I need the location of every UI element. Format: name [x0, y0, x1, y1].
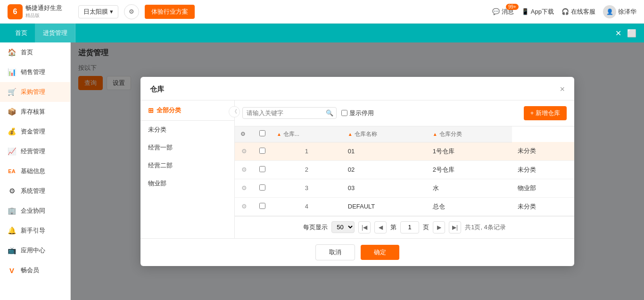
warehouse-table: ⚙ ▲ 仓库...	[235, 126, 574, 216]
grid-icon: ⊞	[148, 107, 154, 114]
last-page-btn[interactable]: ▶|	[449, 221, 461, 233]
collapse-panel-button[interactable]: 《	[229, 106, 240, 117]
row1-num: 1	[271, 142, 342, 160]
total-info: 共1页, 4条记录	[465, 223, 506, 232]
row4-code: DEFAULT	[342, 197, 427, 216]
data-table: ⚙ ▲ 仓库...	[235, 126, 574, 216]
sidebar-item-home[interactable]: 🏠 首页	[0, 42, 70, 62]
online-service-btn[interactable]: 🎧 在线客服	[561, 8, 595, 16]
sidebar-item-basic[interactable]: EA 基础信息	[0, 161, 70, 181]
category-header[interactable]: ⊞ 全部分类	[140, 100, 234, 121]
next-page-btn[interactable]: ▶	[433, 221, 445, 233]
sidebar-item-sales[interactable]: 📊 销售管理	[0, 62, 70, 82]
purchase-icon: 🛒	[8, 88, 16, 96]
finance-icon: 💰	[8, 127, 16, 136]
row4-check[interactable]	[259, 203, 265, 209]
sidebar-item-enterprise[interactable]: 🏢 企业协同	[0, 201, 70, 221]
category-header-label: 全部分类	[157, 106, 181, 115]
th-category: ▲ 仓库分类	[427, 126, 512, 142]
add-warehouse-button[interactable]: + 新增仓库	[524, 106, 567, 120]
category-item-ops1[interactable]: 经营一部	[140, 139, 234, 157]
th-name: ▲ 仓库名称	[342, 126, 427, 142]
app-download-btn[interactable]: 📱 App下载	[521, 8, 554, 16]
close-window-icon[interactable]: ✕	[615, 29, 621, 38]
category-item-ops2[interactable]: 经营二部	[140, 157, 234, 175]
row2-check[interactable]	[259, 166, 265, 172]
th-checkbox	[254, 126, 271, 142]
messages-badge: 99+	[506, 4, 519, 10]
sidebar-item-guide[interactable]: 🔔 新手引导	[0, 221, 70, 241]
nav-tab-home[interactable]: 首页	[8, 24, 35, 42]
modal-title: 仓库	[150, 85, 164, 94]
first-page-btn[interactable]: |◀	[358, 221, 371, 233]
sidebar-item-system[interactable]: ⚙ 系统管理	[0, 181, 70, 201]
page-number-input[interactable]	[400, 221, 419, 233]
sidebar-item-app-center[interactable]: 📺 应用中心	[0, 241, 70, 260]
content-area: 进货管理 按以下 查询 设置 仓库 × ⊞	[71, 42, 644, 300]
table-header-row: ⚙ ▲ 仓库...	[235, 126, 574, 142]
headset-icon: 🎧	[561, 8, 569, 15]
row3-checkbox[interactable]	[254, 179, 271, 197]
th-code: ▲ 仓库...	[271, 126, 342, 142]
table-row[interactable]: ⚙ 4 DEFAULT 总仓 未分类	[235, 197, 574, 216]
row3-category: 物业部	[512, 179, 574, 197]
enterprise-icon: 🏢	[8, 207, 16, 215]
sidebar-item-purchase[interactable]: 🛒 采购管理	[0, 82, 70, 102]
row3-name: 水	[427, 179, 512, 197]
prev-page-btn[interactable]: ◀	[374, 221, 387, 233]
table-row[interactable]: ⚙ 1 01 1号仓库 未分类	[235, 142, 574, 160]
store-selector[interactable]: 日太阳膜 ▾	[78, 5, 118, 18]
category-item-unclassified[interactable]: 未分类	[140, 121, 234, 139]
nav-tab-purchase[interactable]: 进货管理	[35, 24, 75, 42]
sort-name-icon: ▲	[348, 132, 353, 137]
per-page-select[interactable]: 50	[331, 221, 355, 233]
row4-category: 未分类	[512, 197, 574, 216]
show-disabled-checkbox[interactable]	[341, 110, 347, 116]
close-icon[interactable]: ×	[560, 84, 565, 94]
message-icon: 💬	[492, 8, 500, 15]
sort-category-icon: ▲	[433, 132, 438, 137]
modal-header: 仓库 ×	[140, 77, 574, 100]
row3-check[interactable]	[259, 184, 265, 191]
logo-sub: 精品版	[25, 12, 62, 19]
main-layout: 🏠 首页 📊 销售管理 🛒 采购管理 📦 库存核算 💰 资金管理 📈 经营管理 …	[0, 42, 644, 300]
category-panel: ⊞ 全部分类 《 未分类 经营一部 经营二部	[140, 100, 235, 238]
phone-icon: 📱	[521, 8, 529, 15]
row1-category: 未分类	[512, 142, 574, 160]
th-gear: ⚙	[235, 126, 254, 142]
maximize-icon[interactable]: ⬜	[627, 29, 636, 38]
search-wrap: 🔍	[242, 107, 337, 119]
messages-btn[interactable]: 💬 消息 99+	[492, 8, 514, 16]
user-menu[interactable]: 👤 徐泽华	[603, 5, 636, 18]
sidebar-item-vip[interactable]: V 畅会员	[0, 260, 70, 280]
avatar: 👤	[603, 5, 616, 18]
row3-gear: ⚙	[235, 179, 254, 197]
logo-area: 6 畅捷通好生意 精品版	[8, 4, 78, 19]
trial-button[interactable]: 体验行业方案	[145, 5, 195, 19]
vip-icon: V	[8, 266, 16, 275]
table-row[interactable]: ⚙ 2 02 2号仓库 未分类	[235, 160, 574, 179]
show-disabled-label[interactable]: 显示停用	[341, 109, 374, 117]
table-body: ⚙ 1 01 1号仓库 未分类	[235, 142, 574, 216]
row1-check[interactable]	[259, 148, 265, 154]
cancel-button[interactable]: 取消	[315, 244, 355, 260]
row4-checkbox[interactable]	[254, 197, 271, 216]
settings-icon[interactable]: ⚙	[124, 4, 139, 19]
confirm-button[interactable]: 确定	[361, 245, 399, 260]
logo-name: 畅捷通好生意	[25, 4, 62, 12]
row3-num: 3	[271, 179, 342, 197]
search-input[interactable]	[247, 109, 326, 117]
table-row[interactable]: ⚙ 3 03 水 物业部	[235, 179, 574, 197]
category-item-property[interactable]: 物业部	[140, 175, 234, 192]
sidebar-item-finance[interactable]: 💰 资金管理	[0, 122, 70, 142]
row4-name: 总仓	[427, 197, 512, 216]
sidebar-item-inventory[interactable]: 📦 库存核算	[0, 102, 70, 122]
row1-checkbox[interactable]	[254, 142, 271, 160]
row4-gear: ⚙	[235, 197, 254, 216]
sidebar-item-operations[interactable]: 📈 经营管理	[0, 142, 70, 161]
row2-num: 2	[271, 160, 342, 179]
select-all-checkbox[interactable]	[259, 130, 265, 136]
row2-checkbox[interactable]	[254, 160, 271, 179]
system-icon: ⚙	[8, 187, 16, 195]
row2-category: 未分类	[512, 160, 574, 179]
